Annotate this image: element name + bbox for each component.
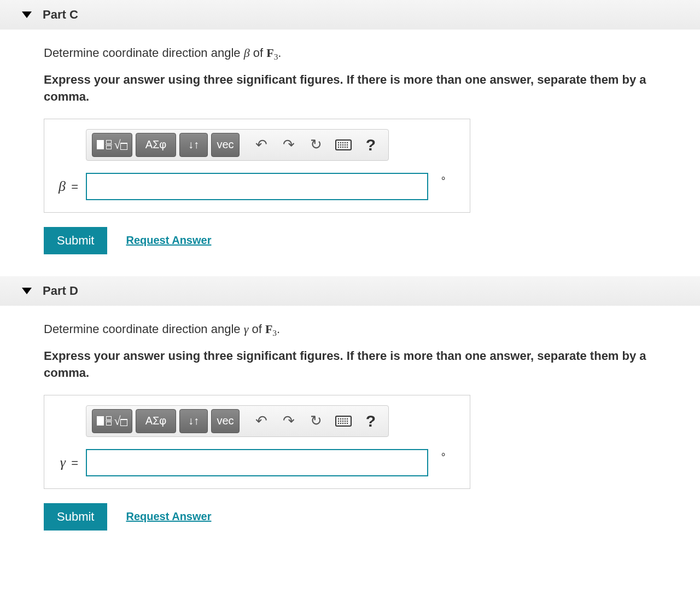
caret-down-icon: [22, 288, 32, 294]
instruction-text: Express your answer using three signific…: [44, 72, 689, 106]
equation-toolbar: √ ΑΣφ ↓↑ vec ↶ ↷ ↻ ?: [86, 129, 389, 161]
question-prompt: Determine coordinate direction angle γ o…: [44, 322, 689, 338]
part-title: Part C: [43, 8, 78, 22]
undo-button[interactable]: ↶: [249, 133, 273, 157]
subsup-button[interactable]: ↓↑: [179, 133, 208, 157]
variable-label: γ =: [53, 454, 78, 471]
reset-button[interactable]: ↻: [304, 133, 328, 157]
answer-input[interactable]: [86, 449, 428, 476]
help-button[interactable]: ?: [359, 409, 383, 433]
redo-button[interactable]: ↷: [277, 409, 301, 433]
undo-icon: ↶: [255, 412, 267, 429]
caret-down-icon: [22, 11, 32, 18]
keyboard-button[interactable]: [331, 133, 355, 157]
answer-input[interactable]: [86, 173, 428, 200]
templates-button[interactable]: √: [92, 409, 132, 433]
prompt-variable: β: [244, 46, 250, 60]
submit-button[interactable]: Submit: [44, 503, 107, 531]
prompt-force: F: [265, 322, 272, 336]
prompt-text: Determine coordinate direction angle: [44, 46, 244, 60]
variable-label: β =: [53, 178, 78, 195]
actions-row: Submit Request Answer: [44, 503, 689, 531]
part-body: Determine coordinate direction angle γ o…: [0, 306, 700, 552]
question-prompt: Determine coordinate direction angle β o…: [44, 46, 689, 62]
redo-button[interactable]: ↷: [277, 133, 301, 157]
actions-row: Submit Request Answer: [44, 227, 689, 254]
part-title: Part D: [43, 284, 78, 298]
prompt-subscript: 3: [272, 328, 277, 337]
part-header[interactable]: Part C: [0, 0, 700, 30]
unit-label: ∘: [436, 172, 446, 184]
help-button[interactable]: ?: [359, 133, 383, 157]
equation-toolbar: √ ΑΣφ ↓↑ vec ↶ ↷ ↻ ?: [86, 405, 389, 437]
reset-icon: ↻: [310, 136, 322, 153]
undo-icon: ↶: [255, 136, 267, 153]
reset-button[interactable]: ↻: [304, 409, 328, 433]
greek-button[interactable]: ΑΣφ: [136, 133, 176, 157]
help-icon: ?: [366, 412, 376, 430]
answer-widget: √ ΑΣφ ↓↑ vec ↶ ↷ ↻ ? γ = ∘: [44, 395, 470, 489]
prompt-text: .: [278, 46, 281, 60]
answer-widget: √ ΑΣφ ↓↑ vec ↶ ↷ ↻ ? β = ∘: [44, 119, 470, 213]
keyboard-icon: [335, 416, 352, 427]
templates-button[interactable]: √: [92, 133, 132, 157]
keyboard-icon: [335, 139, 352, 150]
part-header[interactable]: Part D: [0, 276, 700, 306]
request-answer-link[interactable]: Request Answer: [126, 234, 211, 247]
part-body: Determine coordinate direction angle β o…: [0, 30, 700, 276]
redo-icon: ↷: [283, 412, 295, 429]
reset-icon: ↻: [310, 412, 322, 429]
request-answer-link[interactable]: Request Answer: [126, 510, 211, 523]
keyboard-button[interactable]: [331, 409, 355, 433]
vec-button[interactable]: vec: [211, 409, 240, 433]
prompt-text: Determine coordinate direction angle: [44, 322, 244, 336]
help-icon: ?: [366, 136, 376, 154]
greek-button[interactable]: ΑΣφ: [136, 409, 176, 433]
unit-label: ∘: [436, 448, 446, 460]
templates-icon: √: [97, 416, 127, 426]
redo-icon: ↷: [283, 136, 295, 153]
undo-button[interactable]: ↶: [249, 409, 273, 433]
prompt-text: of: [250, 46, 267, 60]
submit-button[interactable]: Submit: [44, 227, 107, 254]
prompt-text: of: [248, 322, 265, 336]
prompt-force: F: [266, 46, 273, 60]
subsup-button[interactable]: ↓↑: [179, 409, 208, 433]
answer-input-row: γ = ∘: [53, 449, 461, 476]
instruction-text: Express your answer using three signific…: [44, 348, 689, 382]
templates-icon: √: [97, 140, 127, 150]
answer-input-row: β = ∘: [53, 173, 461, 200]
prompt-text: .: [277, 322, 280, 336]
vec-button[interactable]: vec: [211, 133, 240, 157]
